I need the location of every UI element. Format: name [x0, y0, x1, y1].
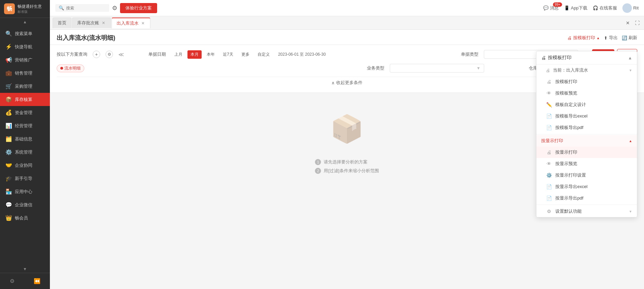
sidebar-item-guide[interactable]: 🎓 新手引导: [0, 172, 50, 185]
guide-icon: 🎓: [5, 175, 12, 182]
sidebar-item-membership[interactable]: 👑 畅会员: [0, 211, 50, 225]
dropdown-item-export-pdf-template[interactable]: 📄 按模板导出pdf: [536, 122, 637, 133]
search-input[interactable]: [66, 6, 100, 10]
date-btn-more[interactable]: 更多: [238, 50, 253, 59]
custom-tpl-icon: ✏️: [546, 102, 552, 107]
refresh-btn[interactable]: 🔄 刷新: [622, 35, 637, 41]
filter-biz-type-label: 业务类型: [367, 65, 384, 71]
print-display-label: 按显示打印: [555, 149, 577, 155]
sidebar-item-quick-nav[interactable]: ⚡ 快捷导航: [0, 40, 50, 53]
export-btn[interactable]: ⬆ 导出: [604, 35, 618, 41]
online-service-btn[interactable]: 🎧 在线客服: [593, 5, 617, 11]
date-btn-custom[interactable]: 自定义: [255, 50, 273, 59]
pdf-display-label: 按显示导出pdf: [555, 195, 583, 201]
collapse-sidebar-icon[interactable]: ⏪: [31, 277, 43, 286]
basic-icon: 🗂️: [5, 136, 12, 142]
biz-type-select[interactable]: ▼: [390, 64, 484, 73]
tab-expand-icon[interactable]: ⛶: [633, 19, 641, 27]
print-template-btn[interactable]: 🖨 按模板打印 ▲: [567, 35, 600, 41]
sidebar-item-wechat[interactable]: 💬 企业微信: [0, 198, 50, 211]
print-tpl-label: 按模板打印: [555, 79, 577, 85]
sidebar-item-label: 企业微信: [15, 202, 32, 208]
filter-add-btn[interactable]: +: [93, 51, 100, 58]
date-btn-this-year[interactable]: 本年: [204, 50, 218, 59]
message-btn[interactable]: 💬 消息 99+: [543, 5, 559, 11]
dropdown-item-preview-template[interactable]: 👁 按模板预览: [536, 87, 637, 99]
dropdown-display-section[interactable]: 按显示打印 ▲: [536, 135, 637, 147]
dropdown-item-preview-display[interactable]: 👁 按显示预览: [536, 158, 637, 169]
sidebar-item-purchase[interactable]: 🛒 采购管理: [0, 80, 50, 93]
sidebar-item-appstore[interactable]: 🏪 应用中心: [0, 185, 50, 198]
filter-active-tag[interactable]: 流水明细: [57, 64, 84, 72]
date-filter: 上月 本月 本年 近7天 更多 自定义: [171, 50, 273, 59]
sidebar-item-sales[interactable]: 💼 销售管理: [0, 67, 50, 80]
default-func-arrow: ▼: [629, 210, 632, 213]
dropdown-item-print-display[interactable]: 🖨 按显示打印: [536, 147, 637, 158]
sidebar-scroll-up[interactable]: ▲: [0, 18, 50, 26]
sidebar-item-marketing[interactable]: 📢 营销推广: [0, 53, 50, 67]
filter-label: 按以下方案查询: [57, 51, 87, 57]
pdf-display-icon: 📄: [546, 195, 552, 201]
excel-tpl-label: 按模板导出excel: [555, 113, 587, 119]
tab-inout-flow-label: 出入库流水: [117, 20, 139, 26]
wechat-icon: 💬: [5, 202, 12, 208]
dropdown-item-export-pdf-display[interactable]: 📄 按显示导出pdf: [536, 192, 637, 204]
app-download-btn[interactable]: 📱 App下载: [564, 5, 587, 11]
tab-inout-flow[interactable]: 出入库流水 ✕: [112, 18, 150, 28]
membership-icon: 👑: [5, 215, 12, 221]
appstore-icon: 🏪: [5, 188, 12, 195]
sidebar-item-label: 企业协同: [15, 162, 32, 168]
industry-btn[interactable]: 体验行业方案: [120, 3, 157, 13]
tab-batch-account-close[interactable]: ✕: [101, 21, 106, 25]
default-func-icon: ⚙: [546, 209, 552, 214]
user-avatar-btn[interactable]: Rit: [622, 3, 639, 13]
sidebar-item-system[interactable]: ⚙️ 系统管理: [0, 146, 50, 159]
default-func-label: 设置默认功能: [555, 208, 582, 214]
search-icon: 🔍: [5, 30, 12, 37]
hint-2-number: 2: [315, 168, 321, 174]
dropdown-item-export-excel-template[interactable]: 📄 按模板导出excel: [536, 110, 637, 122]
sidebar-item-operations[interactable]: 📊 经营管理: [0, 119, 50, 132]
sidebar-item-basic[interactable]: 🗂️ 基础信息: [0, 132, 50, 146]
sidebar-item-finance[interactable]: 💰 资金管理: [0, 106, 50, 119]
dropdown-item-print-template[interactable]: 🖨 按模板打印: [536, 76, 637, 87]
print-dropdown-panel: 🖨 按模板打印 ▲ 🖨 当前：出入库流水 ▼ 🖨: [536, 51, 637, 217]
sidebar-item-search[interactable]: 🔍 搜索菜单: [0, 27, 50, 40]
date-btn-7days[interactable]: 近7天: [220, 50, 236, 59]
dropdown-item-export-excel-display[interactable]: 📄 按显示导出excel: [536, 181, 637, 192]
user-name: Rit: [633, 5, 639, 10]
sidebar-item-cooperation[interactable]: 🤝 企业协同: [0, 159, 50, 172]
filter-collapse-btn[interactable]: ≪: [118, 51, 124, 58]
dropdown-current-item[interactable]: 🖨 当前：出入库流水 ▼: [536, 64, 637, 76]
sidebar-item-label: 应用中心: [15, 189, 32, 195]
sidebar-footer: ⚙ ⏪: [0, 273, 50, 289]
export-label: 导出: [609, 35, 618, 41]
dropdown-item-custom-template[interactable]: ✏️ 模板自定义设计: [536, 99, 637, 110]
topbar-gear-icon[interactable]: ⚙: [112, 4, 117, 12]
settings-display-icon: ⚙️: [546, 173, 552, 178]
date-btn-last-month[interactable]: 上月: [171, 50, 185, 59]
filter-settings-btn[interactable]: ⚙: [106, 51, 113, 58]
sidebar-item-inventory[interactable]: 📦 库存核算: [0, 93, 50, 106]
sidebar: 畅 畅捷通好生意 标准版 ▲ 🔍 搜索菜单 ⚡ 快捷导航 📢 营销推广 💼 销售…: [0, 0, 50, 289]
dropdown-item-print-settings-display[interactable]: ⚙️ 按显示打印设置: [536, 169, 637, 181]
date-btn-this-month[interactable]: 本月: [187, 50, 202, 59]
tab-batch-account[interactable]: 库存批次账 ✕: [72, 18, 111, 28]
dropdown-collapse-icon[interactable]: ▲: [628, 55, 632, 60]
sidebar-item-label: 库存核算: [15, 97, 32, 103]
sidebar-scroll-down[interactable]: ▼: [0, 265, 50, 273]
tab-home[interactable]: 首页: [53, 18, 71, 28]
tab-inout-flow-close[interactable]: ✕: [141, 21, 145, 26]
dropdown-item-default-func[interactable]: ⚙ 设置默认功能 ▼: [536, 206, 637, 217]
sidebar-item-label: 系统管理: [15, 149, 32, 155]
search-box[interactable]: 🔍: [55, 4, 109, 12]
hint-2-text: 用[过滤]条件来缩小分析范围: [324, 168, 379, 174]
date-range: 2023-06-01 至 2023-06-30: [278, 52, 326, 57]
pdf-tpl-label: 按模板导出pdf: [555, 125, 583, 131]
tab-close-all-icon[interactable]: ✕: [624, 19, 632, 27]
mobile-icon: 📱: [564, 5, 569, 10]
dropdown-title: 🖨 按模板打印: [541, 55, 572, 61]
tab-batch-account-label: 库存批次账: [77, 20, 99, 26]
display-section-label: 按显示打印: [541, 138, 563, 144]
settings-gear-icon[interactable]: ⚙: [7, 277, 17, 286]
